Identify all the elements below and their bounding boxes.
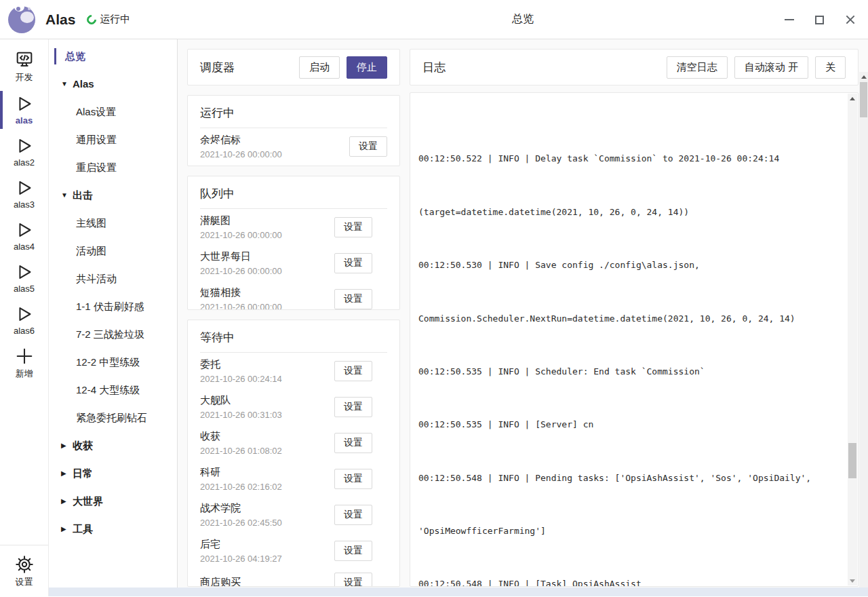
instance-item[interactable]: alas2 [0, 131, 48, 173]
horizontal-scrollbar[interactable] [49, 588, 868, 596]
scheduler-title: 调度器 [200, 60, 235, 75]
instance-item[interactable]: alas5 [0, 257, 48, 299]
task-row: 后宅 2021-10-26 04:19:27 设置 [200, 533, 372, 569]
close-icon [846, 15, 855, 24]
menu-item[interactable]: ▼ Alas [49, 77, 177, 92]
instance-item[interactable]: alas3 [0, 173, 48, 215]
scroll-up-icon[interactable] [848, 94, 856, 103]
menu-item[interactable]: ▶ 日常 [49, 466, 177, 481]
running-title: 运行中 [200, 105, 387, 128]
autoscroll-toggle-button[interactable]: 自动滚动 开 [734, 56, 808, 79]
instance-label: alas6 [14, 326, 35, 336]
menu-item[interactable]: 紧急委托刷钻石 [49, 410, 177, 425]
group-arrow-icon: ▶ [61, 494, 73, 509]
task-setting-button[interactable]: 设置 [349, 136, 387, 157]
task-row: 科研 2021-10-26 02:16:02 设置 [200, 461, 372, 497]
task-setting-button[interactable]: 设置 [334, 361, 372, 381]
scrollbar-thumb[interactable] [848, 443, 856, 478]
play-icon [14, 136, 35, 156]
instance-item[interactable]: alas6 [0, 299, 48, 341]
menu-item-label: 共斗活动 [76, 271, 117, 286]
instance-label: alas [16, 115, 33, 126]
sidebar-bottom: 设置 [0, 545, 48, 596]
task-setting-button[interactable]: 设置 [334, 217, 372, 237]
group-arrow-icon: ▼ [61, 188, 73, 203]
task-row: 大舰队 2021-10-26 00:31:03 设置 [200, 389, 372, 425]
play-icon [14, 304, 35, 324]
pending-title: 队列中 [200, 186, 387, 209]
scroll-down-icon[interactable] [848, 576, 856, 585]
menu-item[interactable]: ▶ 工具 [49, 522, 177, 537]
task-name: 余烬信标 [200, 132, 282, 147]
instance-item[interactable]: alas4 [0, 215, 48, 257]
menu-item[interactable]: 总览 [49, 49, 177, 64]
task-row: 短猫相接 2021-10-26 00:00:00 设置 [200, 281, 372, 309]
menu-item[interactable]: 1-1 伏击刷好感 [49, 299, 177, 314]
maximize-icon [815, 16, 824, 24]
task-next-run-time: 2021-10-26 00:31:03 [200, 410, 282, 421]
log-line: Commission.Scheduler.NextRun=datetime.da… [418, 312, 839, 326]
task-name: 潜艇图 [200, 213, 282, 227]
task-setting-button[interactable]: 设置 [334, 505, 372, 525]
task-setting-button[interactable]: 设置 [334, 469, 372, 489]
menu-item-label: 通用设置 [76, 132, 117, 147]
close-button[interactable] [835, 0, 865, 39]
settings-item[interactable]: 设置 [0, 550, 48, 594]
task-next-run-time: 2021-10-26 00:00:00 [200, 149, 282, 160]
scheduler-panel: 调度器 启动 停止 [187, 49, 400, 85]
menu-item-label: 总览 [65, 49, 85, 64]
instance-label: alas3 [14, 199, 35, 210]
waiting-card: 等待中 委托 2021-10-26 00:24:14 设置 [187, 320, 400, 587]
menu-item[interactable]: 12-2 中型练级 [49, 355, 177, 370]
menu-item[interactable]: ▶ 大世界 [49, 494, 177, 509]
task-next-run-time: 2021-10-26 02:45:50 [200, 518, 282, 528]
task-setting-button[interactable]: 设置 [334, 397, 372, 417]
menu-item[interactable]: 12-4 大型练级 [49, 383, 177, 398]
menu-item[interactable]: 重启设置 [49, 160, 177, 175]
task-setting-button[interactable]: 设置 [334, 433, 372, 453]
log-line: 00:12:50.535 | INFO | [Server] cn [418, 418, 839, 431]
menu-item[interactable]: 活动图 [49, 244, 177, 258]
log-line: 00:12:50.548 | INFO | [Task] OpsiAshAssi… [418, 577, 839, 587]
scheduler-start-button[interactable]: 启动 [299, 56, 340, 79]
task-name: 短猫相接 [200, 285, 282, 299]
menu-item[interactable]: 主线图 [49, 216, 177, 231]
task-setting-button[interactable]: 设置 [334, 541, 372, 561]
task-setting-button[interactable]: 设置 [334, 573, 372, 586]
task-next-run-time: 2021-10-26 00:00:00 [200, 302, 282, 309]
menu-item-label: 大世界 [73, 494, 103, 509]
menu-item[interactable]: 7-2 三战捡垃圾 [49, 327, 177, 342]
content-area: 调度器 启动 停止 运行中 余烬信标 2021-10-26 00:00:00 [178, 39, 868, 596]
menu-item[interactable]: ▼ 出击 [49, 188, 177, 203]
maximize-button[interactable] [804, 0, 835, 39]
minimize-button[interactable] [774, 0, 804, 39]
instance-item[interactable]: 新增 [0, 341, 48, 385]
menu-item-label: Alas [73, 77, 94, 92]
pending-task-list: 潜艇图 2021-10-26 00:00:00 设置 大世界每日 2021-10… [200, 209, 387, 309]
status-label: 运行中 [100, 13, 130, 26]
scheduler-stop-button[interactable]: 停止 [347, 56, 387, 79]
instance-item[interactable]: alas [0, 89, 48, 131]
log-line: 00:12:50.535 | INFO | Scheduler: End tas… [418, 365, 839, 379]
menu-item[interactable]: ▶ 收获 [49, 438, 177, 453]
running-spinner-icon [85, 13, 98, 26]
play-icon [14, 220, 35, 240]
menu-item[interactable]: 共斗活动 [49, 271, 177, 286]
task-row: 余烬信标 2021-10-26 00:00:00 设置 [200, 128, 387, 164]
task-name: 大世界每日 [200, 249, 282, 263]
play-icon [14, 178, 35, 198]
log-line: 00:12:50.530 | INFO | Save config ./conf… [418, 258, 839, 272]
menu-item[interactable]: 通用设置 [49, 132, 177, 147]
instance-sidebar: 开发 alas alas2 alas3 [0, 39, 49, 596]
title-bar: Alas 运行中 总览 [0, 0, 868, 39]
task-setting-button[interactable]: 设置 [334, 253, 372, 273]
log-header-panel: 日志 清空日志 自动滚动 开 关 [410, 49, 859, 85]
log-off-button[interactable]: 关 [815, 56, 846, 79]
task-setting-button[interactable]: 设置 [334, 289, 372, 309]
clear-log-button[interactable]: 清空日志 [667, 56, 728, 79]
instance-item[interactable]: 开发 [0, 45, 48, 89]
menu-item[interactable]: Alas设置 [49, 104, 177, 119]
menu-item-label: 活动图 [76, 244, 106, 258]
task-row: 大世界每日 2021-10-26 00:00:00 设置 [200, 245, 372, 281]
log-scrollbar[interactable] [848, 94, 857, 585]
